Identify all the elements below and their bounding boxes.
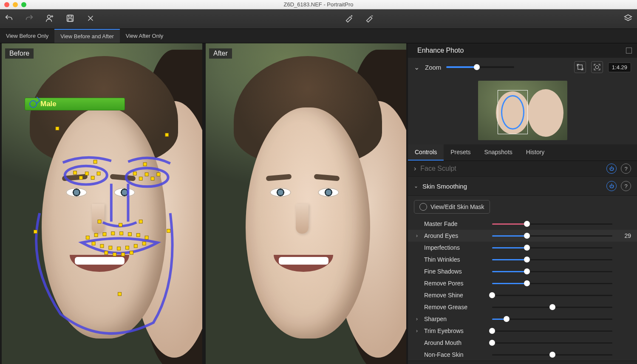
skin-smoothing-title: Skin Smoothing — [422, 183, 467, 190]
section-texture-header[interactable]: › Texture — [408, 361, 637, 364]
slider-track[interactable] — [492, 330, 612, 332]
layers-button[interactable] — [623, 14, 633, 25]
slider-thumb[interactable] — [549, 304, 555, 310]
svg-rect-7 — [165, 133, 169, 136]
fit-screen-button[interactable] — [574, 61, 586, 73]
svg-rect-38 — [134, 244, 137, 248]
brush-add-button[interactable] — [345, 14, 354, 25]
controls-panel-body[interactable]: › Face Sculpt ⏻ ? ⌄ Skin Smoothing ⏻ ? — [408, 161, 637, 364]
slider-track[interactable] — [492, 223, 612, 225]
chevron-right-icon[interactable]: › — [414, 233, 420, 239]
slider-label: Remove Shine — [424, 292, 488, 299]
slider-thumb[interactable] — [489, 340, 495, 346]
save-button[interactable] — [65, 14, 75, 25]
slider-track[interactable] — [492, 307, 612, 308]
section-skin-smoothing-header[interactable]: ⌄ Skin Smoothing ⏻ ? — [408, 177, 637, 196]
zoom-value[interactable]: 1:4.29 — [608, 62, 631, 72]
slider-thumb[interactable] — [524, 233, 530, 239]
svg-rect-24 — [139, 220, 142, 223]
tab-history[interactable]: History — [519, 144, 552, 161]
slider-thumb[interactable] — [489, 292, 495, 298]
brush-remove-button[interactable] — [365, 14, 374, 25]
slider-track[interactable] — [492, 319, 612, 320]
svg-rect-31 — [136, 233, 140, 237]
slider-row-around-eyes: ›Around Eyes29 — [408, 230, 637, 242]
svg-rect-32 — [145, 236, 148, 239]
slider-thumb[interactable] — [549, 352, 555, 358]
after-pane[interactable]: After — [206, 43, 406, 364]
slider-label: Remove Grease — [424, 304, 488, 310]
slider-track[interactable] — [492, 259, 612, 260]
slider-thumb[interactable] — [524, 268, 530, 274]
tab-view-after-only[interactable]: View After Only — [120, 29, 170, 43]
slider-row-around-mouth: Around Mouth — [408, 337, 637, 349]
tab-presets[interactable]: Presets — [444, 144, 477, 161]
slider-thumb[interactable] — [524, 257, 530, 262]
before-pane[interactable]: Before Male — [2, 43, 202, 364]
fit-face-button[interactable] — [591, 61, 603, 73]
power-toggle-icon[interactable]: ⏻ — [606, 164, 617, 174]
svg-rect-21 — [167, 229, 170, 232]
power-toggle-icon[interactable]: ⏻ — [606, 181, 617, 191]
after-label: After — [209, 48, 232, 59]
slider-thumb[interactable] — [524, 280, 530, 286]
slider-thumb[interactable] — [504, 316, 510, 322]
svg-rect-33 — [92, 242, 95, 245]
section-face-sculpt[interactable]: › Face Sculpt ⏻ ? — [408, 161, 637, 177]
svg-rect-2 — [68, 15, 71, 17]
slider-track[interactable] — [492, 271, 612, 272]
slider-track[interactable] — [492, 295, 612, 296]
slider-row-trim-eyebrows: ›Trim Eyebrows — [408, 325, 637, 337]
chevron-right-icon[interactable]: › — [414, 328, 420, 334]
tab-snapshots[interactable]: Snapshots — [478, 144, 519, 161]
slider-track[interactable] — [492, 354, 612, 356]
chevron-right-icon[interactable]: › — [414, 316, 420, 322]
slider-thumb[interactable] — [524, 245, 530, 251]
navigator-thumbnail[interactable] — [408, 76, 637, 144]
slider-track[interactable] — [492, 342, 612, 344]
zoom-row: ⌄ Zoom 1:4.29 — [408, 58, 637, 76]
slider-value: 29 — [617, 232, 631, 239]
tab-view-before-and-after[interactable]: View Before and After — [54, 29, 120, 43]
gender-tag[interactable]: Male — [25, 98, 125, 110]
add-face-button[interactable] — [45, 14, 54, 25]
slider-row-thin-wrinkles: Thin Wrinkles — [408, 254, 637, 265]
slider-thumb[interactable] — [489, 328, 495, 334]
zoom-slider-thumb[interactable] — [474, 64, 480, 70]
face-landmarks-overlay[interactable] — [2, 43, 202, 364]
navigator-face-oval[interactable] — [501, 95, 524, 130]
svg-rect-34 — [100, 244, 104, 248]
window-title: Z6D_6183.NEF - PortraitPro — [0, 1, 637, 8]
undo-button[interactable] — [4, 14, 14, 25]
slider-track[interactable] — [492, 247, 612, 248]
redo-button[interactable] — [25, 14, 34, 25]
slider-label: Imperfections — [424, 244, 488, 251]
panel-tabs: Controls Presets Snapshots History — [408, 144, 637, 161]
image-canvas[interactable]: Before Male — [0, 43, 408, 364]
slider-label: Fine Shadows — [424, 268, 488, 275]
panel-options-icon[interactable] — [626, 48, 632, 54]
svg-rect-10 — [74, 171, 77, 175]
tab-controls[interactable]: Controls — [408, 144, 444, 161]
slider-track[interactable] — [492, 283, 612, 284]
view-edit-skin-mask-button[interactable]: View/Edit Skin Mask — [414, 200, 490, 214]
chevron-down-icon[interactable]: ⌄ — [414, 63, 420, 71]
zoom-label: Zoom — [425, 64, 441, 71]
slider-fill — [492, 223, 527, 225]
svg-rect-12 — [85, 172, 88, 175]
slider-track[interactable] — [492, 235, 612, 237]
face-sculpt-title: Face Sculpt — [420, 165, 456, 172]
chevron-right-icon: › — [414, 165, 416, 172]
svg-rect-3 — [68, 18, 72, 21]
help-icon[interactable]: ? — [621, 181, 631, 191]
close-button[interactable] — [86, 14, 95, 25]
slider-row-non-face-skin: Non-Face Skin — [408, 349, 637, 361]
mask-icon — [419, 203, 427, 211]
zoom-slider[interactable] — [446, 66, 514, 68]
help-icon[interactable]: ? — [621, 164, 631, 174]
slider-thumb[interactable] — [524, 221, 530, 227]
view-tabs: View Before Only View Before and After V… — [0, 29, 637, 43]
svg-rect-6 — [56, 127, 59, 130]
tab-view-before-only[interactable]: View Before Only — [0, 29, 54, 43]
svg-rect-11 — [79, 176, 82, 180]
